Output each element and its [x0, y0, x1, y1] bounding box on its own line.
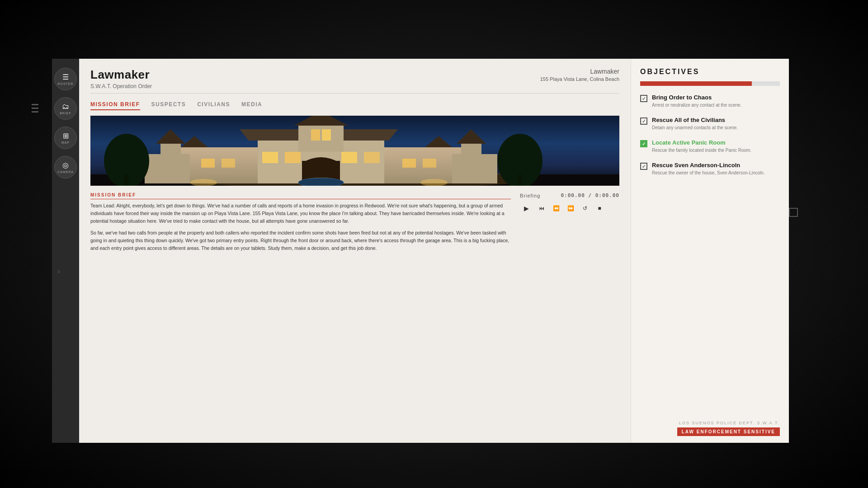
objectives-title: OBJECTIVES [640, 68, 780, 76]
map-icon: ⊞ [63, 131, 69, 140]
mission-image [90, 116, 619, 186]
nav-square-right [789, 208, 798, 217]
objective-checkbox-rescue-civilians [640, 117, 647, 125]
operation-label: S.W.A.T. Operation Order [90, 83, 152, 89]
map-label: MAP [61, 141, 70, 144]
objective-title-rescue-civilians: Rescue All of the Civilians [652, 117, 780, 123]
law-enforcement-badge: LAW ENFORCEMENT SENSITIVE [677, 427, 780, 436]
sidebar-item-map[interactable]: ⊞ MAP [54, 127, 77, 149]
svg-rect-20 [285, 152, 301, 163]
objective-content-locate-panic-room: Locate Active Panic Room Rescue the fami… [652, 139, 780, 154]
skip-back-button[interactable]: ⏮ [536, 203, 547, 214]
objective-checkbox-rescue-sven [640, 163, 647, 170]
audio-header: Briefing 0:00.00 / 0:00.00 [520, 192, 619, 198]
roster-icon: ☰ [62, 73, 69, 81]
svg-rect-21 [341, 152, 357, 163]
svg-rect-23 [402, 159, 416, 168]
camera-icon: ◎ [62, 161, 69, 169]
nav-arrow-left[interactable]: › [57, 267, 60, 276]
objectives-footer: LOS SUENOS POLICE DEPT. S.W.A.T. LAW ENF… [640, 421, 780, 436]
objective-checkbox-bring-order [640, 95, 647, 102]
footer-dept: LOS SUENOS POLICE DEPT. S.W.A.T. [640, 421, 780, 425]
tab-suspects[interactable]: SUSPECTS [151, 101, 186, 110]
doc-header: Lawmaker S.W.A.T. Operation Order Lawmak… [90, 68, 619, 94]
brief-label: BRIEF [60, 112, 71, 115]
doc-subtitle: S.W.A.T. Operation Order [90, 83, 152, 89]
tab-mission-brief[interactable]: MISSION BRIEF [90, 101, 140, 110]
sidebar-item-camera[interactable]: ◎ CAMERA [54, 156, 77, 178]
sidebar-item-brief[interactable]: 🗂 BRIEF [54, 97, 77, 120]
rewind-button[interactable]: ⏪ [551, 203, 561, 214]
objective-title-rescue-sven: Rescue Sven Anderson-Lincoln [652, 162, 780, 169]
doc-header-right: Lawmaker 155 Playa Vista Lane, Colina Be… [540, 68, 619, 82]
svg-rect-8 [298, 125, 344, 152]
svg-rect-34 [518, 174, 522, 186]
tabs-bar: MISSION BRIEF SUSPECTS CIVILIANS MEDIA [90, 101, 619, 110]
brief-icon: 🗂 [62, 103, 69, 111]
tab-media[interactable]: MEDIA [241, 101, 262, 110]
objective-item-rescue-civilians: Rescue All of the Civilians Detain any u… [640, 117, 780, 131]
sidebar: ☰ ROSTER 🗂 BRIEF ⊞ MAP ◎ CAMERA [52, 59, 79, 443]
document-title: Lawmaker [90, 68, 152, 82]
svg-rect-14 [461, 143, 481, 177]
objective-item-rescue-sven: Rescue Sven Anderson-Lincoln Rescue the … [640, 162, 780, 176]
briefing-paragraph-2: So far, we've had two calls from people … [90, 229, 511, 252]
audio-label: Briefing [520, 193, 540, 198]
objective-desc-bring-order: Arrest or neutralize any contact at the … [652, 102, 780, 108]
briefing-paragraph-1: Team Lead: Alright, everybody, let's get… [90, 202, 511, 225]
svg-rect-22 [364, 152, 380, 163]
sidebar-item-roster[interactable]: ☰ ROSTER [54, 68, 77, 90]
objective-content-rescue-sven: Rescue Sven Anderson-Lincoln Rescue the … [652, 162, 780, 176]
objectives-progress-fill [640, 81, 752, 86]
section-label: MISSION BRIEF [90, 192, 511, 199]
header-title-right: Lawmaker [540, 68, 619, 75]
svg-rect-12 [160, 143, 181, 177]
tab-civilians[interactable]: CIVILIANS [197, 101, 230, 110]
briefing-area: MISSION BRIEF Team Lead: Alright, everyb… [90, 192, 619, 434]
objective-item-locate-panic-room: Locate Active Panic Room Rescue the fami… [640, 139, 780, 154]
objective-checkbox-locate-panic-room [640, 140, 647, 147]
objective-content-bring-order: Bring Order to Chaos Arrest or neutraliz… [652, 94, 780, 108]
play-button[interactable]: ▶ [520, 202, 533, 215]
objective-title-bring-order: Bring Order to Chaos [652, 94, 780, 101]
briefing-text-area: MISSION BRIEF Team Lead: Alright, everyb… [90, 192, 511, 434]
svg-rect-17 [201, 159, 215, 168]
objectives-panel: OBJECTIVES Bring Order to Chaos Arrest o… [631, 59, 789, 443]
svg-rect-25 [311, 129, 320, 141]
objective-content-rescue-civilians: Rescue All of the Civilians Detain any u… [652, 117, 780, 131]
audio-panel: Briefing 0:00.00 / 0:00.00 ▶ ⏮ ⏪ ⏩ ↺ ■ [520, 192, 619, 434]
svg-rect-24 [423, 159, 436, 168]
header-address: 155 Playa Vista Lane, Colina Beach [540, 76, 619, 82]
main-panel: ☰ ROSTER 🗂 BRIEF ⊞ MAP ◎ CAMERA Lawmaker… [79, 59, 789, 443]
audio-time: 0:00.00 / 0:00.00 [561, 192, 619, 198]
svg-rect-26 [322, 129, 331, 141]
objective-desc-locate-panic-room: Rescue the family located inside the Pan… [652, 147, 780, 154]
svg-rect-33 [124, 174, 129, 186]
camera-label: CAMERA [57, 170, 74, 174]
svg-rect-19 [262, 152, 278, 163]
objective-desc-rescue-civilians: Detain any unarmed contacts at the scene… [652, 125, 780, 131]
svg-rect-18 [222, 159, 235, 168]
repeat-button[interactable]: ↺ [580, 203, 590, 214]
content-area: Lawmaker S.W.A.T. Operation Order Lawmak… [79, 59, 631, 443]
fast-forward-button[interactable]: ⏩ [565, 203, 576, 214]
objectives-progress-bar [640, 81, 780, 86]
svg-point-30 [298, 178, 344, 186]
objective-item-bring-order: Bring Order to Chaos Arrest or neutraliz… [640, 94, 780, 108]
objective-desc-rescue-sven: Rescue the owner of the house, Sven Ande… [652, 170, 780, 176]
objective-title-locate-panic-room: Locate Active Panic Room [652, 139, 780, 146]
stop-button[interactable]: ■ [594, 203, 605, 214]
edge-marks [32, 104, 38, 113]
roster-label: ROSTER [57, 82, 73, 85]
audio-controls: ▶ ⏮ ⏪ ⏩ ↺ ■ [520, 202, 619, 215]
